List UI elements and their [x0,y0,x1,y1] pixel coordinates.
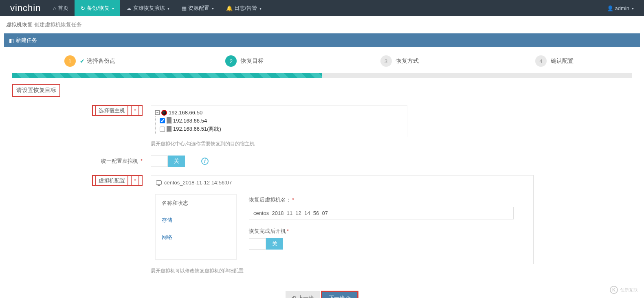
row-select-host: 选择宿主机 * − 192.168.66.50 192.168.66.54 [12,105,632,147]
monitor-icon [156,180,162,185]
headset-icon: ☁ [126,5,132,11]
check-icon: ✔ [80,58,85,64]
label-unified-config: 统一配置虚拟机 * [12,156,151,167]
arrow-left-icon: ⟲ [292,295,296,298]
vm-tab-content: 恢复后虚拟机名：* 恢复完成后开机* 关 [245,194,529,260]
user-menu[interactable]: 👤 admin ▾ [601,5,640,11]
step-3-label: 恢复方式 [396,57,419,65]
nav-log-label: 日志/告警 [234,4,257,12]
toggle-poweron-left[interactable] [249,238,266,250]
vm-name: centos_2018-11-12 14:56:07 [164,180,232,186]
refresh-icon: ↻ [81,5,85,11]
user-icon: 👤 [607,5,613,11]
arrow-right-icon: ⟳ [346,295,351,298]
host-checkbox-2[interactable] [160,127,165,132]
tree-root[interactable]: − 192.168.66.50 [155,109,403,116]
step-2-label: 恢复目标 [241,57,264,65]
host-icon [167,126,171,132]
cube-icon: ◧ [9,37,14,44]
tree-host-1-label: 192.168.66.54 [173,118,207,124]
step-4[interactable]: 4 确认配置 [477,55,632,67]
restored-name-input[interactable] [249,207,514,219]
watermark: K 创新互联 [610,286,638,294]
vm-tab-network[interactable]: 网络 [156,229,236,246]
vm-tab-storage[interactable]: 存储 [156,212,236,229]
label-select-host: 选择宿主机 * [12,105,151,147]
step-wizard: 1 ✔选择备份点 2 恢复目标 3 恢复方式 4 确认配置 [12,53,632,73]
vm-config-panel: centos_2018-11-12 14:56:07 — 名称和状态 存储 网络… [151,175,534,264]
caret-down-icon: ▾ [212,6,214,11]
step-2[interactable]: 2 恢复目标 [167,55,322,67]
step-1-label: 选择备份点 [87,57,115,65]
vm-config-hint: 展开虚拟机可以修改恢复虚拟机的详细配置 [151,267,534,274]
toggle-unified-off[interactable]: 关 [168,156,185,167]
nav-home-label: 首页 [58,4,68,12]
caret-down-icon: ▾ [112,6,114,11]
toggle-poweron-off[interactable]: 关 [266,238,283,250]
collapse-icon[interactable]: — [523,180,528,186]
step-4-num: 4 [535,55,547,67]
vm-tabs: 名称和状态 存储 网络 [155,194,237,260]
nav-log[interactable]: 🔔 日志/告警 ▾ [220,0,268,16]
nav-disaster[interactable]: ☁ 灾难恢复演练 ▾ [120,0,176,16]
vcenter-icon [161,110,167,116]
row-unified-config: 统一配置虚拟机 * 关 i [12,156,632,167]
step-4-label: 确认配置 [551,57,574,65]
watermark-logo-icon: K [610,286,618,294]
panel-header: ◧ 新建任务 [4,33,640,47]
vm-tab-name-state[interactable]: 名称和状态 [156,195,236,212]
next-button-label: 下一步 [329,294,345,298]
host-checkbox-1[interactable] [160,118,165,123]
panel-body: 1 ✔选择备份点 2 恢复目标 3 恢复方式 4 确认配置 请设置恢复目标 选择… [4,47,640,298]
step-1[interactable]: 1 ✔选择备份点 [12,55,167,67]
info-icon[interactable]: i [201,158,209,165]
top-navbar: vinchin ⌂ 首页 ↻ 备份/恢复 ▾ ☁ 灾难恢复演练 ▾ ▦ 资源配置… [0,0,644,16]
nav-backup-label: 备份/恢复 [87,4,110,12]
brand-logo: vinchin [4,3,47,13]
main-panel: ◧ 新建任务 1 ✔选择备份点 2 恢复目标 3 恢复方式 4 确认配置 请设置… [4,33,640,298]
caret-down-icon: ▾ [632,6,634,11]
panel-title: 新建任务 [16,37,37,44]
tree-host-2[interactable]: 192.168.66.51(离线) [160,125,403,134]
row-vm-config: 虚拟机配置 * centos_2018-11-12 14:56:07 — 名称和… [12,175,632,274]
nav-backup-restore[interactable]: ↻ 备份/恢复 ▾ [75,0,120,16]
tree-root-label: 192.168.66.50 [169,110,202,116]
breadcrumb-sub: 创建虚拟机恢复任务 [34,22,82,28]
watermark-text: 创新互联 [620,287,638,293]
breadcrumb: 虚拟机恢复 创建虚拟机恢复任务 [0,16,644,33]
section-title: 请设置恢复目标 [12,84,60,97]
bell-icon: 🔔 [226,5,233,11]
footer-buttons: ⟲ 上一步 下一步 ⟳ [12,283,632,298]
restored-name-label: 恢复后虚拟机名：* [249,196,525,204]
vm-config-header[interactable]: centos_2018-11-12 14:56:07 — [151,175,533,190]
nav-resource[interactable]: ▦ 资源配置 ▾ [176,0,220,16]
tree-host-1[interactable]: 192.168.66.54 [160,116,403,125]
poweron-label: 恢复完成后开机* [249,228,525,235]
user-name: admin [615,5,629,11]
progress-bar [12,73,632,78]
breadcrumb-main: 虚拟机恢复 [6,22,33,28]
nav-disaster-label: 灾难恢复演练 [133,4,165,12]
nav-resource-label: 资源配置 [188,4,209,12]
tree-host-2-label: 192.168.66.51(离线) [173,125,221,133]
host-hint: 展开虚拟化中心,勾选你需要恢复到的目的宿主机 [151,140,407,147]
toggle-unified-left[interactable] [151,156,168,167]
host-icon [167,117,171,124]
prev-button-label: 上一步 [298,294,314,298]
grid-icon: ▦ [182,5,187,11]
caret-down-icon: ▾ [167,6,169,11]
step-2-num: 2 [225,55,237,67]
label-vm-config: 虚拟机配置 * [12,175,151,274]
step-3-num: 3 [380,55,392,67]
step-1-num: 1 [64,55,76,67]
tree-collapse-icon[interactable]: − [155,110,160,115]
nav-home[interactable]: ⌂ 首页 [47,0,75,16]
home-icon: ⌂ [53,5,56,11]
next-button[interactable]: 下一步 ⟳ [321,291,358,298]
host-tree: − 192.168.66.50 192.168.66.54 [151,105,407,137]
step-3[interactable]: 3 恢复方式 [322,55,477,67]
prev-button[interactable]: ⟲ 上一步 [286,291,320,298]
caret-down-icon: ▾ [259,6,262,11]
